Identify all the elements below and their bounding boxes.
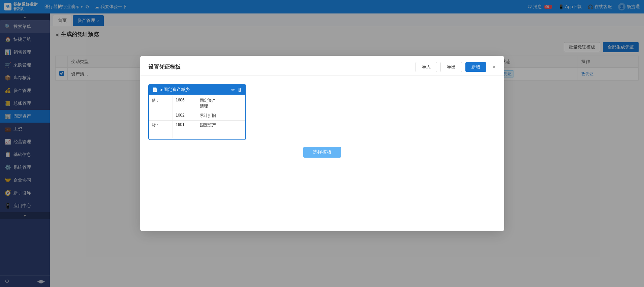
row1-amount — [221, 96, 245, 111]
row1-code: 1606 — [173, 96, 197, 111]
row3-name: 固定资产 — [197, 121, 221, 130]
template-card-header: 📄 5-固定资产减少 ✏ 🗑 — [149, 85, 245, 95]
row3-code: 1601 — [173, 121, 197, 130]
row4-name — [197, 130, 221, 138]
template-card-header-left: 📄 5-固定资产减少 — [152, 87, 190, 93]
document-icon: 📄 — [152, 87, 158, 92]
template-card-body: 借： 1606 固定资产清理 1602 累计折旧 贷： — [149, 95, 245, 139]
row4-amount — [221, 130, 245, 138]
close-icon[interactable]: × — [492, 64, 496, 70]
template-row-1: 借： 1606 固定资产清理 — [149, 96, 245, 111]
template-row-4 — [149, 130, 245, 138]
import-button[interactable]: 导入 — [416, 62, 437, 72]
row4-code — [173, 130, 197, 138]
template-row-2: 1602 累计折旧 — [149, 111, 245, 121]
row2-amount — [221, 111, 245, 120]
row1-type: 借： — [149, 96, 173, 111]
row4-type — [149, 130, 173, 138]
dialog: 设置凭证模板 导入 导出 新增 × 📄 5-固定资产减少 ✏ � — [140, 56, 504, 231]
delete-icon[interactable]: 🗑 — [238, 87, 242, 92]
row2-name: 累计折旧 — [197, 111, 221, 120]
row1-name: 固定资产清理 — [197, 96, 221, 111]
dialog-title: 设置凭证模板 — [148, 64, 181, 71]
row3-amount — [221, 121, 245, 130]
export-button[interactable]: 导出 — [440, 62, 462, 72]
new-button[interactable]: 新增 — [465, 62, 486, 72]
row2-code: 1602 — [173, 111, 197, 120]
row3-type: 贷： — [149, 121, 173, 130]
dialog-header: 设置凭证模板 导入 导出 新增 × — [140, 56, 504, 76]
template-card-header-actions: ✏ 🗑 — [231, 87, 242, 92]
row2-type — [149, 111, 173, 120]
dialog-body: 📄 5-固定资产减少 ✏ 🗑 借： 1606 固定资产清理 — [140, 76, 504, 231]
dialog-overlay: 设置凭证模板 导入 导出 新增 × 📄 5-固定资产减少 ✏ � — [0, 0, 644, 287]
edit-icon[interactable]: ✏ — [231, 87, 235, 92]
template-row-3: 贷： 1601 固定资产 — [149, 121, 245, 130]
dialog-header-actions: 导入 导出 新增 × — [416, 62, 496, 72]
template-name: 5-固定资产减少 — [160, 87, 190, 93]
select-template-button[interactable]: 选择模板 — [303, 147, 341, 158]
template-card: 📄 5-固定资产减少 ✏ 🗑 借： 1606 固定资产清理 — [148, 84, 246, 140]
